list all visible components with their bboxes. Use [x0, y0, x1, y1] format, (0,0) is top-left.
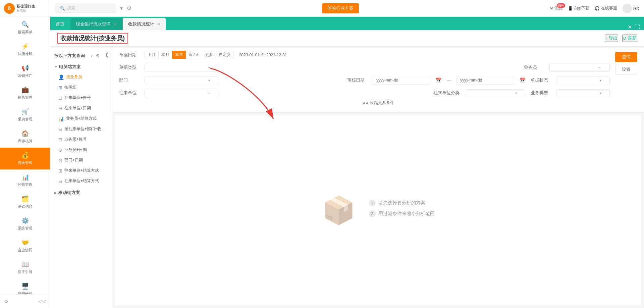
topbar-app-download[interactable]: 📱 App下载: [568, 5, 589, 11]
date-tab-this-month[interactable]: 本月: [158, 51, 172, 59]
date-tab-more[interactable]: 更多: [202, 51, 216, 59]
empty-step2-text: 用过滤条件来缩小分析范围: [378, 211, 435, 217]
review-date-start-input[interactable]: [373, 76, 430, 85]
plan-item-partner-settle2[interactable]: ⊟ 往来单位+结算方式: [50, 176, 112, 186]
biz-type-select[interactable]: ▾: [556, 89, 610, 97]
tab-bank[interactable]: 现金银行流水查询 ✕: [70, 18, 122, 30]
review-date-end-input[interactable]: [457, 76, 514, 85]
sidebar-item-base[interactable]: 🗂️ 基础信息: [0, 191, 50, 213]
calendar2-icon[interactable]: 📅: [520, 78, 525, 83]
table4-icon: ⊟: [58, 137, 62, 142]
settings-button[interactable]: 设置: [615, 64, 637, 75]
sidebar-item-inventory[interactable]: 🏠 库存核算: [0, 126, 50, 148]
doc-status-select[interactable]: ▾: [556, 76, 610, 84]
plan-group-mobile-title[interactable]: ▶ 移动端方案: [50, 188, 112, 198]
window-close-btn[interactable]: ✕: [628, 24, 632, 30]
tab-collection-close[interactable]: ✕: [157, 22, 160, 27]
plan-group-desktop: ▼ 电脑端方案 👤 按业务员 ⊞ 按明细 ⊟: [50, 62, 112, 186]
page-container: 收款情况统计(按业务员) ↑ 导出 ↺ 刷新 按以下方: [50, 30, 644, 308]
window-expand-btn[interactable]: ⛶: [635, 24, 640, 30]
system-icon: ⚙️: [21, 217, 29, 224]
circle-icon: ⊙: [58, 147, 62, 153]
sidebar-item-sales[interactable]: 💼 销售管理: [0, 82, 50, 104]
sidebar-item-quick[interactable]: ⚡ 快捷导航: [0, 39, 50, 60]
plan-item-dept-date[interactable]: ⊙ 部门+日期: [50, 155, 112, 165]
panel-settings-icon[interactable]: ⚙: [96, 53, 100, 58]
logo: 6 畅捷通好生 标准版: [0, 0, 50, 17]
date-tab-this-year[interactable]: 本年: [172, 51, 186, 59]
topbar-settings-icon[interactable]: ⚙: [127, 5, 131, 11]
refresh-button[interactable]: ↺ 刷新: [622, 35, 637, 42]
chevron-down3-icon: ▾: [600, 79, 601, 82]
sidebar-item-hardware[interactable]: 🖥️ 智能硬件: [0, 278, 50, 294]
plan-item-by-detail[interactable]: ⊞ 按明细: [50, 82, 112, 93]
plan-item-staff-date[interactable]: ⊙ 业务员+日期: [50, 145, 112, 155]
plan-item-partner-settle1[interactable]: ⊞ 往来单位+结算方式: [50, 165, 112, 176]
sidebar-item-guide[interactable]: 📖 新手引导: [0, 257, 50, 278]
tabs-right: ✕ ⛶: [628, 24, 644, 30]
tab-bank-close[interactable]: ✕: [113, 22, 117, 27]
page-actions: ↑ 导出 ↺ 刷新: [605, 35, 638, 42]
sidebar-item-system[interactable]: ⚙️ 系统管理: [0, 213, 50, 235]
partner-select[interactable]: ···: [145, 89, 218, 97]
topbar-search-box[interactable]: 🔍 搜索: [56, 4, 116, 13]
filter-btn-group: 查询 设置: [615, 52, 637, 75]
search-placeholder: 搜索: [67, 5, 75, 11]
empty-step1-text: 请先选择要分析的方案: [378, 200, 425, 206]
user-avatar: [623, 4, 632, 13]
plan-item-partner-settle2-label: 往来单位+结算方式: [64, 178, 99, 184]
topbar-right: ✉ 消息 99+ 📱 App下载 🎧 在线客服 Rit: [550, 4, 639, 13]
date-tab-last-month[interactable]: 上月: [145, 51, 158, 59]
collapse-more-btn[interactable]: ∧∧ 收起更多条件: [119, 97, 637, 108]
sidebar-item-finance[interactable]: 💰 资金管理: [0, 148, 50, 169]
export-button[interactable]: ↑ 导出: [605, 35, 619, 42]
plan-item-staff-settle[interactable]: 📊 业务员+结算方式: [50, 113, 112, 124]
table5-icon: ⊟: [58, 178, 62, 184]
tab-home[interactable]: 首页: [50, 18, 70, 30]
date-tab-custom[interactable]: 自定义: [216, 51, 234, 59]
sidebar-item-enterprise[interactable]: 🤝 企业协同: [0, 235, 50, 257]
doc-type-select[interactable]: ▾: [145, 64, 218, 71]
sidebar-item-purchase[interactable]: 🛒 采购管理: [0, 104, 50, 126]
plan-item-partner-date-label: 往来单位+日期: [64, 105, 91, 111]
logo-badge: 标准版: [17, 8, 35, 13]
date-tab-7days[interactable]: 近7天: [186, 51, 202, 59]
table2-icon: ⊟: [58, 106, 62, 111]
panel-add-icon[interactable]: +: [90, 53, 93, 58]
sidebar-settings-btn[interactable]: ⚙: [4, 299, 8, 304]
partner-class-select[interactable]: ▾: [465, 89, 525, 97]
partner-class-label: 往来单位分类: [433, 90, 460, 96]
phone-icon: 📱: [568, 6, 573, 11]
topbar-service[interactable]: 🎧 在线客服: [595, 5, 617, 11]
hardware-icon: 🖥️: [21, 283, 29, 290]
plan-item-staff-account-label: 业务员+账号: [64, 137, 87, 142]
inventory-icon: 🏠: [21, 130, 29, 137]
staff-select[interactable]: ···: [549, 63, 610, 72]
tab-collection[interactable]: 收款情况统计 ✕: [123, 18, 166, 30]
sidebar-collapse-btn[interactable]: ◁◁: [39, 299, 46, 304]
solution-button[interactable]: 体验行业方案: [322, 3, 359, 13]
plan-item-partner-dept[interactable]: ⊟ 按往来单位+部门+收...: [50, 124, 112, 134]
staff-label: 业务员: [524, 64, 544, 70]
panel-collapse-icon[interactable]: 《: [103, 52, 108, 59]
doc-status-label: 单据状态: [531, 77, 551, 83]
plan-item-partner-account[interactable]: ⊟ 往来单位+账号: [50, 93, 112, 103]
calendar-icon[interactable]: 📅: [436, 78, 441, 83]
headset-icon: 🎧: [595, 6, 600, 11]
topbar-message[interactable]: ✉ 消息 99+: [550, 5, 562, 11]
date-range: 2023-01-01 至 2023-12-31: [239, 52, 287, 58]
sidebar-item-marketing[interactable]: 📢 营销推广: [0, 60, 50, 82]
topbar-dropdown-icon[interactable]: ▾: [120, 5, 123, 11]
plan-item-by-staff[interactable]: 👤 按业务员: [50, 72, 112, 82]
sidebar-item-business[interactable]: 📊 经营管理: [0, 169, 50, 191]
circle2-icon: ⊙: [58, 158, 62, 163]
topbar-user[interactable]: Rit: [623, 4, 639, 13]
dept-select[interactable]: ▾: [145, 76, 218, 84]
doctype-label: 单据类型: [119, 64, 139, 70]
refresh-icon: ↺: [623, 36, 627, 41]
sidebar-item-search[interactable]: 🔍 搜索菜单: [0, 17, 50, 39]
plan-group-desktop-title[interactable]: ▼ 电脑端方案: [50, 62, 112, 72]
plan-item-staff-account[interactable]: ⊟ 业务员+账号: [50, 134, 112, 145]
plan-item-partner-date[interactable]: ⊟ 往来单位+日期: [50, 103, 112, 113]
query-button[interactable]: 查询: [615, 52, 637, 62]
